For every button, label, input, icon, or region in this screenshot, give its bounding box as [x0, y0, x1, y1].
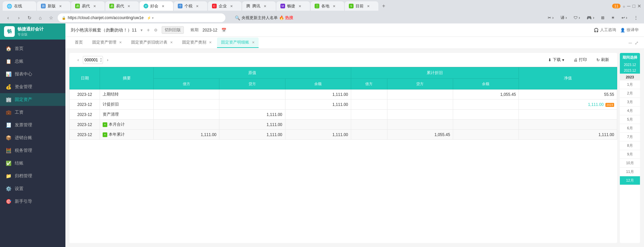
page-tab-bar: 首页 固定资产管理 ✕ 固定资产折旧统计表 ✕ 固定资产类别 ✕ 固定资产明细账… — [65, 37, 644, 49]
sidebar-item-archive[interactable]: 📁 归档管理 — [0, 170, 65, 182]
print-button[interactable]: 🖨 打印 — [571, 56, 590, 64]
brightness-btn[interactable]: ☀ — [609, 15, 617, 21]
grid-btn[interactable]: ⊞ — [599, 15, 606, 21]
tab-depreciation-stats-close[interactable]: ✕ — [170, 41, 173, 44]
tab-close-icon[interactable]: ✕ — [299, 4, 301, 8]
tab-depreciation-stats[interactable]: 固定资产折旧统计表 ✕ — [127, 38, 177, 48]
add-account-button[interactable]: + — [147, 27, 150, 33]
browser-tab-changjie[interactable]: M 畅捷 ✕ — [276, 1, 310, 11]
tab-close-icon[interactable]: ✕ — [264, 4, 266, 8]
company-dropdown-icon[interactable]: ▾ — [141, 28, 143, 33]
browser-tab-new[interactable]: 新 新版 ✕ — [37, 1, 70, 11]
bookmark-button[interactable]: ☆ — [47, 14, 55, 22]
tab-label: 腾讯 — [252, 3, 260, 9]
next-page-button[interactable]: › — [104, 57, 111, 63]
back-button[interactable]: ‹ — [4, 14, 12, 22]
page-number-input[interactable] — [83, 56, 103, 64]
tab-close-icon[interactable]: ✕ — [333, 4, 335, 8]
tab-close-icon[interactable]: ✕ — [59, 4, 62, 8]
browser-tab-yidai-1[interactable]: 易 易代 ✕ — [71, 1, 105, 11]
tab-bar-minimize-icon[interactable]: ─ — [629, 40, 632, 46]
period-month-2[interactable]: 2月 — [620, 89, 640, 98]
period-month-5[interactable]: 5月 — [620, 115, 640, 124]
browser-tab-tencent[interactable]: 腾 腾讯 ✕ — [242, 1, 276, 11]
asset-detail-table: 日期 摘要 原值 累计折旧 净值 借方 贷方 余额 借方 — [69, 67, 617, 140]
tab-home[interactable]: 首页 — [71, 38, 87, 48]
tab-bar-expand-icon[interactable]: ⤢ — [635, 40, 639, 46]
new-tab-button[interactable]: + — [379, 1, 388, 11]
refresh-button[interactable]: ↻ 刷新 — [594, 56, 612, 64]
close-btn[interactable]: ✕ — [637, 3, 641, 9]
translate-btn[interactable]: 译 › — [558, 14, 569, 21]
tab-fixed-asset-management[interactable]: 固定资产管理 ✕ — [88, 38, 126, 48]
sidebar-item-invoices[interactable]: 🧾 发票管理 — [0, 119, 65, 131]
period-month-8[interactable]: 8月 — [620, 141, 640, 150]
browser-tab-muqian[interactable]: S 目前 ✕ — [345, 1, 378, 11]
tab-close-icon[interactable]: ✕ — [230, 4, 233, 8]
shield-btn[interactable]: 🛡 › — [572, 15, 582, 21]
prev-page-button[interactable]: ‹ — [75, 57, 82, 63]
tab-asset-category[interactable]: 固定资产类别 ✕ — [178, 38, 216, 48]
period-selected-end[interactable]: 2023.12 — [620, 68, 640, 74]
period-month-7[interactable]: 7月 — [620, 133, 640, 141]
period-month-11[interactable]: 11月 — [620, 168, 640, 176]
more-btn[interactable]: ⋮ — [632, 15, 640, 21]
browser-tab-haokuai[interactable]: 好 好会 ✕ — [140, 1, 173, 11]
browser-tab-gedi[interactable]: 三 各地 ✕ — [311, 1, 344, 11]
browser-tab-yidai-2[interactable]: 易 易代 ✕ — [105, 1, 139, 11]
period-month-9[interactable]: 9月 — [620, 150, 640, 159]
period-selected-start[interactable]: 2023.12 — [620, 62, 640, 68]
download-button[interactable]: ⬇ 下载 ▾ — [545, 56, 567, 64]
tab-asset-category-close[interactable]: ✕ — [209, 41, 212, 44]
tab-asset-detail[interactable]: 固定资产明细账 ✕ — [217, 38, 259, 48]
period-month-12[interactable]: 12月 — [620, 176, 640, 185]
period-month-3[interactable]: 3月 — [620, 98, 640, 107]
download-dropdown-icon: ▾ — [562, 58, 564, 62]
browser-tab-geshuei[interactable]: 个 个税 ✕ — [174, 1, 207, 11]
sidebar-item-reports[interactable]: 📊 报表中心 — [0, 68, 65, 80]
tab-asset-detail-close[interactable]: ✕ — [252, 41, 255, 44]
sidebar-item-home[interactable]: 🏠 首页 — [0, 42, 65, 55]
home-button[interactable]: ⌂ — [36, 14, 44, 22]
tab-close-icon[interactable]: ✕ — [367, 4, 370, 8]
period-month-4[interactable]: 4月 — [620, 107, 640, 115]
browser-tab-online[interactable]: 🌐 在线 — [3, 1, 36, 11]
search-placeholder[interactable]: 央视更新主持人名单 — [241, 15, 278, 21]
refresh-button[interactable]: ↻ — [25, 14, 34, 22]
game-btn[interactable]: 🎮 › — [585, 15, 596, 21]
browser-tab-qiye[interactable]: C 企业 ✕ — [208, 1, 241, 11]
user-button[interactable]: 👤 徐译华 — [620, 27, 639, 33]
support-button[interactable]: 🎧 人工咨询 — [594, 27, 616, 33]
sidebar-item-fixed-assets[interactable]: 🏢 固定资产 — [0, 93, 65, 106]
tab-close-icon[interactable]: ✕ — [127, 4, 130, 8]
sidebar-item-closing[interactable]: ✅ 结账 — [0, 157, 65, 170]
notification-badge[interactable]: 11 — [612, 4, 620, 8]
tab-manager-icon[interactable]: ⬦ — [623, 3, 625, 9]
forward-button[interactable]: › — [15, 14, 23, 22]
undo-btn[interactable]: ↩ › — [620, 15, 629, 21]
switch-version-button[interactable]: 切到旧版 — [162, 26, 184, 34]
cut-tool-btn[interactable]: ✂ › — [546, 15, 555, 21]
minimize-btn[interactable]: ─ — [627, 3, 631, 9]
sidebar-item-guide[interactable]: 🎯 新手引导 — [0, 195, 65, 208]
period-month-10[interactable]: 10月 — [620, 159, 640, 168]
sidebar-item-tax[interactable]: 🧮 税务管理 — [0, 144, 65, 157]
sidebar-item-ledger[interactable]: 📋 总账 — [0, 55, 65, 68]
maximize-btn[interactable]: □ — [633, 3, 635, 9]
tab-close-icon[interactable]: ✕ — [162, 4, 164, 8]
period-month-1[interactable]: 1月 — [620, 80, 640, 89]
tab-close-icon[interactable]: ✕ — [93, 4, 96, 8]
sidebar-item-funds[interactable]: 💰 资金管理 — [0, 80, 65, 93]
sidebar-item-sales-ledger[interactable]: 📦 进销台账 — [0, 131, 65, 144]
hot-search-label[interactable]: 🔥 热搜 — [279, 15, 293, 21]
settings-gear-icon[interactable]: ⚙ — [154, 28, 158, 33]
sidebar-item-settings[interactable]: ⚙️ 设置 — [0, 182, 65, 195]
address-input[interactable]: 🔒 https://cloud.chanjet.com/accounting/u… — [58, 13, 225, 22]
company-name: 刘小艳演示账套（勿删勿动！）11 — [71, 27, 137, 33]
sidebar-item-payroll[interactable]: 💼 工资 — [0, 106, 65, 119]
period-month-6[interactable]: 6月 — [620, 124, 640, 133]
tab-close-icon[interactable]: ✕ — [196, 4, 199, 8]
calendar-icon[interactable]: 📅 — [221, 28, 226, 33]
main-content: 刘小艳演示账套（勿删勿动！）11 ▾ + ⚙ 切到旧版 账期 2023-12 📅… — [65, 23, 644, 247]
tab-fixed-asset-management-close[interactable]: ✕ — [119, 41, 122, 44]
